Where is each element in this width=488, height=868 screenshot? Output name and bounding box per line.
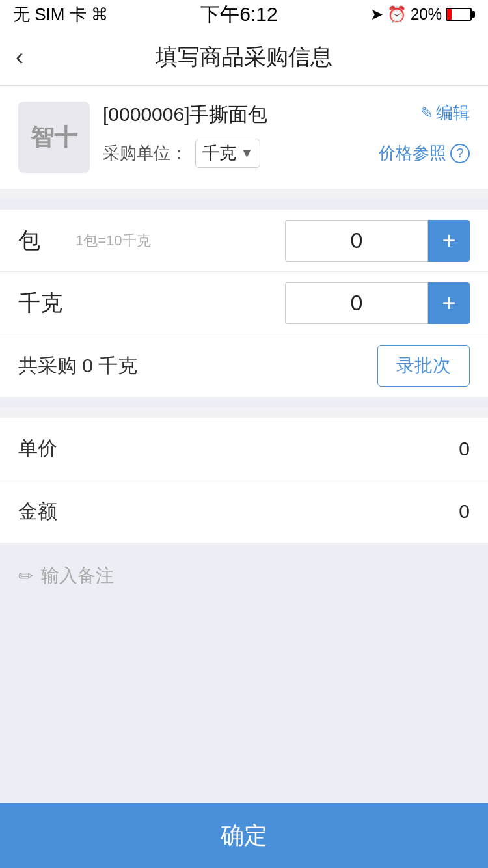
dropdown-arrow-icon: ▼ <box>240 146 253 161</box>
section-divider-1 <box>0 199 488 210</box>
kg-quantity-input[interactable] <box>285 282 428 324</box>
remark-section[interactable]: ✏ 输入备注 <box>0 545 488 606</box>
unit-price-value: 0 <box>459 438 470 460</box>
section-divider-2 <box>0 397 488 407</box>
status-signal: 无 SIM 卡 ⌘ <box>13 3 108 26</box>
location-icon: ➤ <box>370 5 383 23</box>
product-name: [0000006]手撕面包 <box>103 102 267 128</box>
kg-label: 千克 <box>18 288 70 318</box>
help-icon: ? <box>450 144 470 163</box>
input-section: 包 1包=10千克 + 千克 + <box>0 210 488 334</box>
product-info: [0000006]手撕面包 ✎ 编辑 采购单位： 千克 ▼ 价格参照 ? <box>103 102 470 168</box>
product-card: 智十 [0000006]手撕面包 ✎ 编辑 采购单位： 千克 ▼ <box>0 86 488 189</box>
kg-input-row: 千克 + <box>0 272 488 334</box>
remark-placeholder: 输入备注 <box>41 563 114 588</box>
confirm-label: 确定 <box>221 820 267 852</box>
nav-bar: ‹ 填写商品采购信息 <box>0 29 488 86</box>
unit-price-row: 单价 0 <box>0 418 488 480</box>
kg-plus-button[interactable]: + <box>428 282 470 324</box>
pencil-icon: ✏ <box>18 565 33 587</box>
back-button[interactable]: ‹ <box>16 44 23 71</box>
product-name-row: [0000006]手撕面包 ✎ 编辑 <box>103 102 470 128</box>
amount-value: 0 <box>459 500 470 522</box>
edit-icon: ✎ <box>420 104 433 122</box>
battery-icon <box>446 8 475 21</box>
edit-button[interactable]: ✎ 编辑 <box>420 102 470 124</box>
batch-button[interactable]: 录批次 <box>377 345 470 387</box>
product-image: 智十 <box>18 102 90 173</box>
unit-row: 采购单位： 千克 ▼ 价格参照 ? <box>103 139 470 168</box>
unit-price-label: 单价 <box>18 435 57 462</box>
unit-label: 采购单位： <box>103 143 187 163</box>
content-spacer <box>0 606 488 802</box>
bag-plus-button[interactable]: + <box>428 220 470 262</box>
battery-percent: 20% <box>411 5 442 23</box>
status-bar: 无 SIM 卡 ⌘ 下午6:12 ➤ ⏰ 20% <box>0 0 488 29</box>
bag-sublabel: 1包=10千克 <box>75 231 285 251</box>
summary-section: 共采购 0 千克 录批次 <box>0 334 488 397</box>
summary-row: 共采购 0 千克 录批次 <box>0 334 488 397</box>
unit-value: 千克 <box>202 142 236 165</box>
price-section: 单价 0 金额 0 <box>0 418 488 543</box>
amount-row: 金额 0 <box>0 480 488 543</box>
alarm-icon: ⏰ <box>387 5 407 23</box>
status-right: ➤ ⏰ 20% <box>370 5 475 23</box>
unit-dropdown[interactable]: 千克 ▼ <box>195 139 260 168</box>
status-time: 下午6:12 <box>200 1 277 28</box>
kg-input-control: + <box>285 282 470 324</box>
bag-quantity-input[interactable] <box>285 220 428 262</box>
bag-input-row: 包 1包=10千克 + <box>0 210 488 272</box>
product-logo: 智十 <box>31 122 77 154</box>
bag-label: 包 <box>18 226 70 256</box>
price-reference-button[interactable]: 价格参照 ? <box>379 142 470 165</box>
bag-input-control: + <box>285 220 470 262</box>
page-title: 填写商品采购信息 <box>156 42 332 72</box>
confirm-button[interactable]: 确定 <box>0 803 488 868</box>
summary-text: 共采购 0 千克 <box>18 353 137 379</box>
unit-selector-group: 采购单位： 千克 ▼ <box>103 139 260 168</box>
amount-label: 金额 <box>18 498 57 525</box>
